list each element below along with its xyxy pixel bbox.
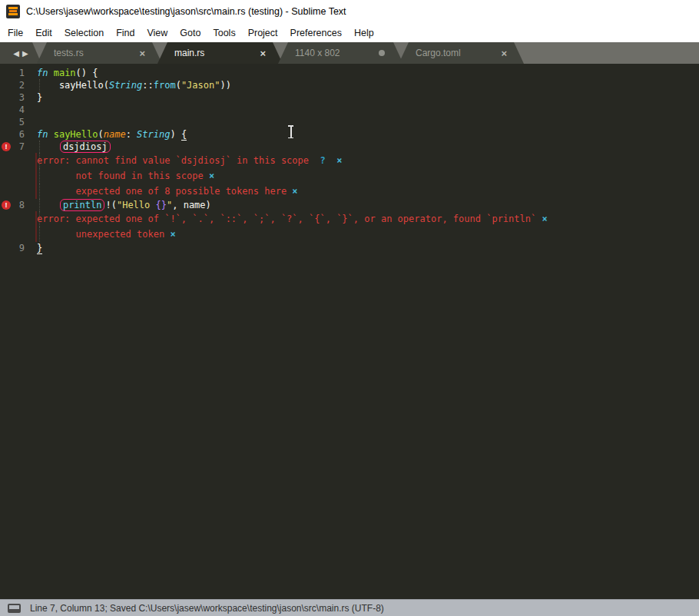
code-segment: :: [142, 80, 153, 91]
status-bar: Line 7, Column 13; Saved C:\Users\jasew\… [0, 599, 699, 616]
code-segment: } [37, 92, 42, 103]
code-line: !7 dsjdiosj [0, 141, 699, 153]
code-segment: "Jason" [181, 80, 220, 91]
code-segment: !( [105, 200, 116, 210]
code-text: dsjdiosj [37, 141, 111, 153]
dismiss-error-icon[interactable]: × [542, 214, 547, 224]
code-segment: main [54, 68, 76, 78]
tab-nav-forward-icon[interactable]: ▶ [22, 49, 28, 58]
tab-bar: ◀ ▶ tests.rs×main.rs×1140 x 802Cargo.tom… [0, 42, 699, 64]
code-line: 5 [0, 116, 699, 128]
tab-main-rs[interactable]: main.rs× [157, 42, 283, 64]
code-segment [48, 68, 53, 78]
code-segment: { [181, 129, 187, 141]
line-number: 6 [0, 128, 25, 141]
code-line: 1fn main() { [0, 67, 699, 79]
error-help-icon[interactable]: ? [320, 155, 325, 166]
window-title: C:\Users\jasew\workspace\testing\jason\s… [26, 6, 346, 17]
tab-modified-dot-icon[interactable] [379, 50, 385, 56]
code-segment: , name) [172, 200, 211, 210]
line-number: 8 [0, 199, 25, 211]
code-segment: ( [176, 80, 181, 91]
tab-nav-arrows: ◀ ▶ [0, 42, 41, 64]
dismiss-error-icon[interactable]: × [170, 229, 175, 240]
code-segment [37, 141, 59, 152]
editor[interactable]: 1fn main() {2 sayHello(String::from("Jas… [0, 64, 699, 599]
code-line: 4 [0, 104, 699, 116]
line-number: 4 [0, 104, 25, 116]
menu-item-preferences[interactable]: Preferences [284, 25, 348, 41]
code-segment: "Hello [117, 200, 156, 210]
error-message: unexpected token × [37, 227, 176, 242]
code-line: 2 sayHello(String::from("Jason")) [0, 79, 699, 91]
panel-toggle-icon[interactable] [8, 604, 21, 613]
code-segment [37, 200, 59, 210]
tab-cargo-toml[interactable]: Cargo.toml× [399, 42, 524, 64]
tab-label: main.rs [174, 48, 260, 58]
menu-item-project[interactable]: Project [242, 25, 284, 41]
menu-bar: FileEditSelectionFindViewGotoToolsProjec… [0, 23, 699, 42]
code-segment: : [126, 129, 137, 140]
code-segment: fn [37, 129, 48, 140]
error-phantom-row: expected one of 8 possible tokens here × [0, 184, 699, 199]
code-text: fn sayHello(name: String) { [37, 128, 187, 141]
error-message: error: cannot find value `dsjdiosj` in t… [37, 153, 342, 168]
error-phantom-row: error: cannot find value `dsjdiosj` in t… [0, 153, 699, 168]
code-segment: not found in this scope [37, 171, 204, 181]
code-line: !8 println!("Hello {}", name) [0, 199, 699, 211]
code-segment: ( [98, 129, 103, 140]
error-message: not found in this scope × [37, 168, 214, 184]
tab-1140-x-802[interactable]: 1140 x 802 [278, 42, 403, 64]
error-phantom-row: not found in this scope × [0, 168, 699, 184]
code-segment [326, 155, 336, 166]
line-number: 7 [0, 141, 25, 153]
menu-item-find[interactable]: Find [110, 25, 141, 41]
line-number: 5 [0, 116, 25, 128]
dismiss-error-icon[interactable]: × [209, 171, 214, 181]
code-text: } [37, 91, 42, 104]
code-text: fn main() { [37, 67, 98, 79]
line-number: 3 [0, 91, 25, 104]
menu-item-goto[interactable]: Goto [174, 25, 207, 41]
code-segment: error: cannot find value `dsjdiosj` in t… [37, 155, 309, 166]
code-segment: sayHello [54, 129, 98, 140]
menu-item-tools[interactable]: Tools [207, 25, 241, 41]
code-text: println!("Hello {}", name) [37, 199, 211, 211]
line-number: 1 [0, 67, 25, 79]
tab-close-icon[interactable]: × [260, 48, 266, 58]
dismiss-error-icon[interactable]: × [336, 155, 342, 166]
menu-item-help[interactable]: Help [348, 25, 380, 41]
code-segment: sayHello( [37, 80, 109, 91]
status-text: Line 7, Column 13; Saved C:\Users\jasew\… [30, 603, 384, 614]
tab-label: tests.rs [54, 48, 139, 58]
code-segment: error: expected one of `!`, `.`, `::`, `… [37, 214, 536, 224]
menu-item-selection[interactable]: Selection [58, 25, 110, 41]
tab-tests-rs[interactable]: tests.rs× [37, 42, 162, 64]
dismiss-error-icon[interactable]: × [292, 186, 297, 197]
code-segment: String [109, 80, 142, 91]
tab-close-icon[interactable]: × [139, 48, 145, 58]
tab-label: Cargo.toml [416, 48, 501, 58]
code-segment: )) [220, 80, 230, 91]
code-segment [48, 129, 53, 140]
code-segment [204, 171, 209, 181]
code-segment: expected one of 8 possible tokens here [37, 186, 287, 197]
code-segment: {} [156, 200, 167, 210]
error-message: expected one of 8 possible tokens here × [37, 184, 298, 199]
code-line: 9} [0, 242, 699, 254]
line-number: 2 [0, 79, 25, 91]
code-text: } [37, 242, 42, 254]
code-segment: fn [37, 68, 48, 78]
code-segment: String [137, 129, 170, 140]
menu-item-file[interactable]: File [2, 25, 29, 41]
code-text: sayHello(String::from("Jason")) [37, 79, 231, 91]
tab-close-icon[interactable]: × [501, 48, 507, 58]
error-message: error: expected one of `!`, `.`, `::`, `… [37, 211, 548, 227]
menu-item-edit[interactable]: Edit [29, 25, 58, 41]
code-segment: unexpected token [37, 229, 164, 240]
menu-item-view[interactable]: View [141, 25, 174, 41]
code-segment: } [37, 243, 42, 254]
tab-nav-back-icon[interactable]: ◀ [13, 49, 19, 58]
line-number: 9 [0, 242, 25, 254]
code-segment: dsjdiosj [60, 141, 111, 153]
